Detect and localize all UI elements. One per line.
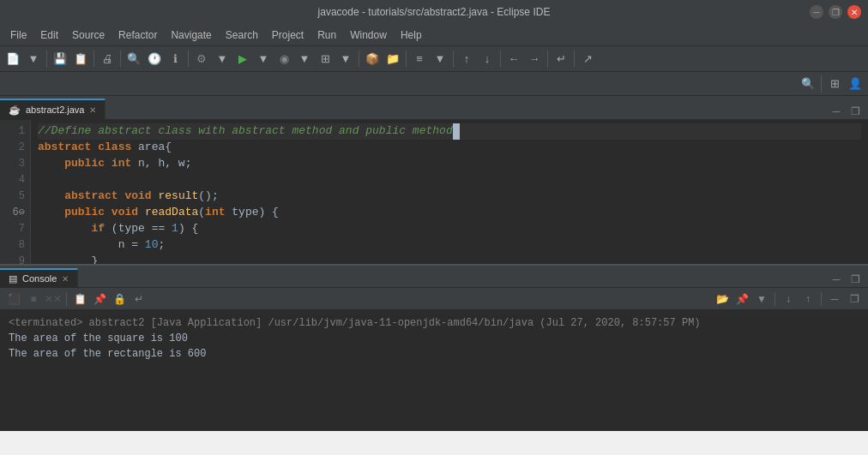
editor-tab-abstract2[interactable]: ☕ abstract2.java ✕ [0,99,105,119]
print-button[interactable]: 🖨 [98,50,117,69]
menu-edit[interactable]: Edit [33,26,65,45]
console-maximize2[interactable]: ❐ [846,290,863,308]
toolbar-sep-6 [406,51,407,68]
save-button[interactable]: 💾 [51,50,69,69]
console-toolbar: ⬛ ■ ✕✕ 📋 📌 🔒 ↵ 📂 📌 ▼ ↓ ↑ ─ ❐ [0,288,868,310]
console-tab[interactable]: ▤ Console ✕ [0,268,78,287]
console-tab-close[interactable]: ✕ [62,274,69,284]
console-maximize-button[interactable]: ❐ [847,272,863,287]
console-icon: ▤ [9,273,17,284]
console-sep-3 [821,292,822,306]
task-btn[interactable]: ≡ [410,50,429,69]
search-perspective[interactable]: 🔍 [799,75,817,93]
menu-navigate[interactable]: Navigate [164,26,218,45]
window-title: javacode - tutorials/src/abstract2.java … [58,6,810,18]
menu-source[interactable]: Source [65,26,112,45]
repo-btn[interactable]: 📦 [363,50,382,69]
toolbar2-sep-1 [821,75,822,93]
console-tab-label: Console [22,273,57,284]
menu-refactor[interactable]: Refactor [112,26,164,45]
console-tab-controls: ─ ❐ [829,272,868,287]
java-file-icon: ☕ [9,105,21,116]
maximize-button[interactable]: ❐ [829,5,842,19]
info-button[interactable]: ℹ [166,50,184,69]
console-terminate-btn[interactable]: ■ [25,290,42,308]
new-button[interactable]: 📄 [3,50,22,69]
views-btn[interactable]: ⊞ [825,75,844,93]
share-btn[interactable]: ↗ [578,50,597,69]
code-line-1: //Define abstract class with abstract me… [38,123,861,140]
toolbar-sep-7 [453,51,454,68]
menu-project[interactable]: Project [265,26,310,45]
console-sep-2 [775,292,775,306]
main-toolbar: 📄 ▼ 💾 📋 🖨 🔍 🕐 ℹ ⚙ ▼ ▶ ▼ ◉ ▼ ⊞ ▼ 📦 📁 ≡ ▼ … [0,46,868,72]
prev-anno[interactable]: ↑ [457,50,476,69]
code-line-7: if (type == 1) { [38,221,861,237]
menu-help[interactable]: Help [394,26,429,45]
editor-tab-close[interactable]: ✕ [89,105,96,115]
menu-search[interactable]: Search [219,26,265,45]
console-clear-btn[interactable]: ⬛ [5,290,22,308]
line-num-4: 4 [7,172,25,189]
console-terminated-line: <terminated> abstract2 [Java Application… [9,315,859,331]
console-remove-btn[interactable]: ✕✕ [45,290,62,308]
line-num-5: 5 [7,189,25,205]
run-btn[interactable]: ▶ [233,50,252,69]
code-line-8: n = 10; [38,237,861,254]
console-paste-btn[interactable]: 📌 [91,290,108,308]
history-button[interactable]: 🕐 [145,50,164,69]
toolbar-sep-3 [120,51,121,68]
minimize-button[interactable]: ─ [810,5,823,19]
menu-window[interactable]: Window [343,26,394,45]
next-edit[interactable]: → [525,50,544,69]
prev-edit[interactable]: ← [504,50,523,69]
code-editor[interactable]: 1 2 3 4 5 6⊖ 7 8 9 10 11 12 13 //Define … [0,120,868,264]
console-copy-btn[interactable]: 📋 [71,290,88,308]
coverage-btn[interactable]: ◉ [274,50,293,69]
save-all-button[interactable]: 📋 [71,50,90,69]
code-content[interactable]: //Define abstract class with abstract me… [31,120,868,264]
console-tab-bar: ▤ Console ✕ ─ ❐ [0,266,868,288]
coverage-dd[interactable]: ▼ [295,50,314,69]
line-num-6: 6⊖ [7,205,25,221]
close-button[interactable]: ✕ [847,5,861,19]
run-dd[interactable]: ▼ [254,50,273,69]
ext-dd[interactable]: ▼ [336,50,355,69]
code-line-4 [38,172,861,189]
console-nav-up[interactable]: ↑ [799,290,817,308]
editor-minimize-button[interactable]: ─ [829,104,844,119]
editor-maximize-button[interactable]: ❐ [847,104,863,119]
console-minimize2[interactable]: ─ [826,290,843,308]
search-file-button[interactable]: 🔍 [124,50,143,69]
menu-file[interactable]: File [3,26,33,45]
ext-btn[interactable]: ⊞ [316,50,335,69]
console-scroll-lock[interactable]: 🔒 [111,290,128,308]
open-perspective[interactable]: 👤 [846,75,865,93]
toolbar-sep-2 [93,51,94,68]
task-dd[interactable]: ▼ [431,50,449,69]
console-minimize-button[interactable]: ─ [829,272,844,287]
line-num-8: 8 [7,237,25,254]
toolbar-sep-10 [574,51,575,68]
code-line-5: abstract void result(); [38,189,861,205]
editor-tab-controls: ─ ❐ [829,104,868,119]
next-anno[interactable]: ↓ [478,50,497,69]
console-open-file[interactable]: 📂 [714,290,731,308]
title-bar: javacode - tutorials/src/abstract2.java … [0,0,868,24]
console-dd-btn[interactable]: ▼ [753,290,770,308]
debug-btn[interactable]: ⚙ [192,50,211,69]
code-line-2: abstract class area{ [38,140,861,156]
console-pin-btn[interactable]: 📌 [733,290,750,308]
line-num-1: 1 [7,123,25,140]
code-line-9: } [38,254,861,264]
menu-run[interactable]: Run [310,26,343,45]
console-word-wrap[interactable]: ↵ [130,290,148,308]
open-button[interactable]: ▼ [24,50,43,69]
repo2-btn[interactable]: 📁 [383,50,402,69]
menu-bar: File Edit Source Refactor Navigate Searc… [0,24,868,46]
line-num-7: 7 [7,221,25,237]
debug-dd[interactable]: ▼ [213,50,232,69]
code-line-3: public int n, h, w; [38,156,861,172]
last-edit[interactable]: ↵ [552,50,570,69]
console-nav-down[interactable]: ↓ [780,290,797,308]
